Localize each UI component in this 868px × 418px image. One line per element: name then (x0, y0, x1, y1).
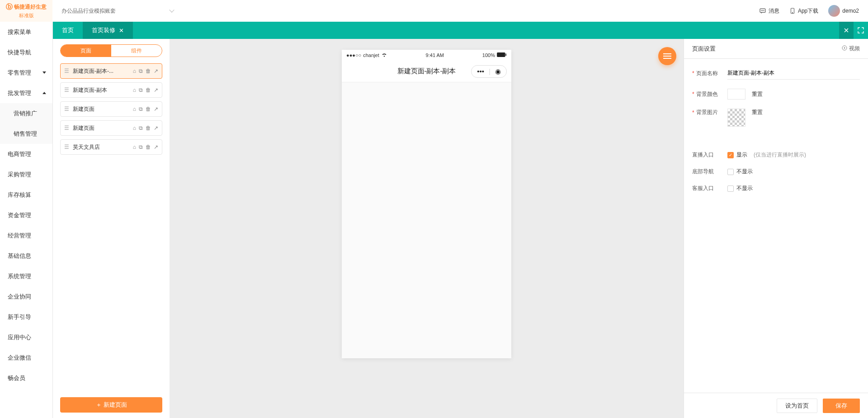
svg-rect-6 (497, 52, 505, 57)
share-icon[interactable]: ↗ (154, 87, 158, 93)
caret-down-icon (42, 71, 46, 74)
svg-point-3 (764, 10, 764, 11)
home-icon[interactable]: ⌂ (133, 68, 136, 74)
sidebar-item-apps[interactable]: 应用中心 (0, 327, 52, 347)
sidebar-item-ecom[interactable]: 电商管理 (0, 144, 52, 164)
page-name-input[interactable] (727, 67, 860, 80)
seg-components[interactable]: 组件 (111, 45, 162, 57)
bg-color-reset[interactable]: 重置 (752, 90, 763, 98)
bg-image-reset[interactable]: 重置 (752, 109, 763, 116)
brand-logo: ⓑ 畅捷通好生意 标准版 (0, 0, 52, 22)
home-icon[interactable]: ⌂ (133, 125, 136, 131)
phone-icon (789, 7, 796, 14)
bottom-nav-checkbox[interactable]: 不显示 (727, 168, 753, 176)
copy-icon[interactable]: ⧉ (139, 87, 143, 93)
page-item[interactable]: ☰ 新建页面-副本-... ⌂ ⧉ 🗑 ↗ (60, 63, 162, 79)
sidebar-item-quick[interactable]: 快捷导航 (0, 42, 52, 62)
fullscreen-button[interactable] (854, 22, 868, 39)
app-download-link[interactable]: App下载 (789, 7, 818, 15)
copy-icon[interactable]: ⧉ (139, 125, 143, 131)
sidebar-item-wholesale[interactable]: 批发管理 (0, 83, 52, 103)
tab-home[interactable]: 首页 (53, 22, 83, 39)
sidebar-item-wechat[interactable]: 企业微信 (0, 347, 52, 368)
copy-icon[interactable]: ⧉ (139, 106, 143, 112)
sidebar-item-basic[interactable]: 基础信息 (0, 246, 52, 266)
sidebar-item-finance[interactable]: 资金管理 (0, 205, 52, 225)
drag-handle-icon[interactable]: ☰ (64, 108, 69, 110)
sidebar-item-system[interactable]: 系统管理 (0, 266, 52, 286)
drag-handle-icon[interactable]: ☰ (64, 70, 69, 72)
phone-body (342, 82, 511, 358)
page-item[interactable]: ☰ 新建页面-副本 ⌂⧉🗑↗ (60, 82, 162, 98)
seg-pages[interactable]: 页面 (61, 45, 111, 57)
tab-bar: 首页 首页装修 ✕ (53, 22, 868, 39)
components-fab[interactable] (658, 47, 676, 65)
delete-icon[interactable]: 🗑 (146, 68, 151, 74)
tab-decor[interactable]: 首页装修 ✕ (83, 22, 133, 39)
save-button[interactable]: 保存 (823, 399, 860, 413)
video-tutorial-link[interactable]: 视频 (842, 45, 860, 52)
signal-icon: ●●●○○ (346, 52, 361, 58)
copy-icon[interactable]: ⧉ (139, 144, 143, 150)
home-icon[interactable]: ⌂ (133, 144, 136, 150)
sidebar-item-collab[interactable]: 企业协同 (0, 286, 52, 307)
checkbox-icon: ✓ (727, 152, 734, 158)
home-icon[interactable]: ⌂ (133, 87, 136, 93)
svg-point-2 (763, 10, 763, 11)
avatar (828, 5, 840, 17)
page-item[interactable]: ☰ 新建页面 ⌂⧉🗑↗ (60, 101, 162, 117)
sidebar-item-retail[interactable]: 零售管理 (0, 62, 52, 83)
drag-handle-icon[interactable]: ☰ (64, 127, 69, 129)
sidebar-item-member[interactable]: 畅会员 (0, 368, 52, 388)
delete-icon[interactable]: 🗑 (146, 106, 151, 112)
drag-handle-icon[interactable]: ☰ (64, 146, 69, 148)
svg-point-1 (761, 10, 762, 11)
bg-image-swatch[interactable] (727, 109, 745, 127)
phone-navbar: 新建页面-副本-副本 ••• | ◉ (342, 61, 511, 82)
segment-control: 页面 组件 (60, 44, 162, 57)
dataset-selector[interactable]: 办公品品行业模拟账套 (61, 7, 174, 15)
sidebar-item-inventory[interactable]: 库存核算 (0, 185, 52, 205)
chat-icon (759, 7, 766, 14)
mini-program-menu[interactable]: ••• | ◉ (471, 65, 507, 78)
bg-color-swatch[interactable] (727, 89, 745, 100)
sidebar-item-marketing[interactable]: 营销推广 (0, 103, 52, 124)
status-bar: ●●●○○ chanjet 9:41 AM 100% (342, 50, 511, 61)
target-icon: ◉ (495, 67, 501, 76)
play-icon (842, 45, 847, 52)
sidebar-item-sales[interactable]: 销售管理 (0, 124, 52, 144)
svg-rect-7 (505, 54, 506, 56)
delete-icon[interactable]: 🗑 (146, 87, 151, 93)
home-icon[interactable]: ⌂ (133, 106, 136, 112)
sidebar-item-operate[interactable]: 经营管理 (0, 225, 52, 246)
share-icon[interactable]: ↗ (154, 68, 158, 74)
drag-handle-icon[interactable]: ☰ (64, 89, 69, 91)
delete-icon[interactable]: 🗑 (146, 125, 151, 131)
page-item[interactable]: ☰ 昊天文具店 ⌂⧉🗑↗ (60, 139, 162, 155)
delete-icon[interactable]: 🗑 (146, 144, 151, 150)
add-page-button[interactable]: ＋ 新建页面 (60, 397, 162, 413)
user-menu[interactable]: demo2 (828, 5, 859, 17)
sidebar-item-search[interactable]: 搜索菜单 (0, 22, 52, 42)
caret-up-icon (42, 92, 46, 94)
sidebar-item-guide[interactable]: 新手引导 (0, 307, 52, 327)
share-icon[interactable]: ↗ (154, 106, 158, 112)
set-home-button[interactable]: 设为首页 (777, 399, 817, 413)
copy-icon[interactable]: ⧉ (139, 68, 143, 74)
more-icon: ••• (477, 67, 484, 75)
share-icon[interactable]: ↗ (154, 125, 158, 131)
close-icon[interactable]: ✕ (119, 27, 124, 34)
messages-link[interactable]: 消息 (759, 7, 779, 15)
logo-glyph-icon: ⓑ (6, 3, 13, 11)
live-entry-checkbox[interactable]: ✓ 显示 (727, 151, 747, 159)
service-entry-checkbox[interactable]: 不显示 (727, 185, 753, 192)
page-item[interactable]: ☰ 新建页面 ⌂⧉🗑↗ (60, 120, 162, 136)
sidebar-item-purchase[interactable]: 采购管理 (0, 164, 52, 185)
sidebar: 搜索菜单 快捷导航 零售管理 批发管理 营销推广 销售管理 电商管理 采购管理 … (0, 22, 53, 418)
tab-close-all[interactable] (839, 22, 854, 39)
battery-icon (497, 52, 507, 58)
page-list: ☰ 新建页面-副本-... ⌂ ⧉ 🗑 ↗ ☰ 新建页面-副本 ⌂⧉🗑↗ (60, 63, 162, 155)
svg-point-5 (792, 13, 793, 13)
chevron-down-icon (169, 7, 174, 12)
share-icon[interactable]: ↗ (154, 144, 158, 150)
